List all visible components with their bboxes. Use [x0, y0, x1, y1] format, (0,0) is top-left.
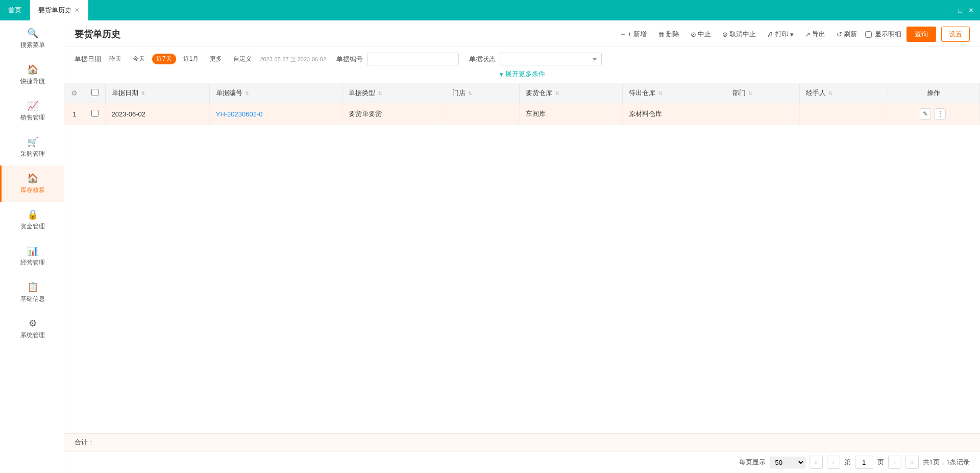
filter-row-1: 单据日期 昨天 今天 近7天 近1月 更多 自定义 2023-05-27 至 2…	[75, 53, 970, 65]
sidebar-label-finance: 资金管理	[20, 222, 45, 231]
inventory-icon: 🏠	[27, 173, 38, 184]
tab-home[interactable]: 首页	[0, 0, 30, 20]
sidebar-item-sys-mgmt[interactable]: ⚙ 系统管理	[0, 311, 64, 347]
sort-req-warehouse-icon[interactable]: ⇅	[555, 90, 559, 96]
sidebar-item-purchase[interactable]: 🛒 采购管理	[0, 129, 64, 165]
sidebar-item-quick-nav[interactable]: 🏠 快捷导航	[0, 57, 64, 93]
main-table: ⚙ 单据日期 ⇅ 单据编号 ⇅	[64, 83, 980, 125]
date-btn-today[interactable]: 今天	[129, 54, 149, 64]
doc-no-input[interactable]	[367, 53, 459, 65]
date-btn-7days[interactable]: 近7天	[152, 54, 176, 64]
date-btn-custom[interactable]: 自定义	[229, 54, 256, 64]
sidebar-item-search-menu[interactable]: 🔍 搜索菜单	[0, 20, 64, 57]
main-layout: 🔍 搜索菜单 🏠 快捷导航 📈 销售管理 🛒 采购管理 🏠 库存核算 🔒 资金管…	[0, 20, 980, 473]
date-filter-buttons: 昨天 今天 近7天 近1月 更多 自定义	[105, 54, 256, 64]
sales-icon: 📈	[27, 100, 38, 111]
export-button[interactable]: ↗ 导出	[802, 28, 828, 41]
sidebar-item-finance[interactable]: 🔒 资金管理	[0, 202, 64, 238]
show-detail-checkbox[interactable]	[865, 31, 872, 38]
print-label: 打印	[775, 30, 789, 39]
last-page-button[interactable]: »	[905, 456, 919, 469]
col-store[interactable]: 门店 ⇅	[446, 83, 519, 103]
row-more-button[interactable]: ⋮	[935, 108, 946, 120]
sort-doc-date-icon[interactable]: ⇅	[141, 90, 145, 96]
status-select[interactable]	[500, 53, 602, 65]
print-button[interactable]: 🖨 打印 ▾	[764, 28, 797, 41]
col-doc-no[interactable]: 单据编号 ⇅	[209, 83, 342, 103]
sort-doc-type-icon[interactable]: ⇅	[378, 90, 382, 96]
col-req-warehouse[interactable]: 要货仓库 ⇅	[519, 83, 622, 103]
col-doc-type-label: 单据类型	[349, 89, 375, 97]
export-label: 导出	[812, 30, 825, 39]
row-handler	[799, 103, 888, 125]
row-store	[446, 103, 519, 125]
per-page-label: 每页显示	[739, 458, 766, 467]
current-page-input[interactable]	[855, 456, 873, 469]
sidebar-item-operations[interactable]: 📊 经营管理	[0, 238, 64, 274]
prev-page-button[interactable]: ‹	[827, 456, 840, 469]
select-all-checkbox[interactable]	[91, 89, 99, 96]
row-edit-button[interactable]: ✎	[920, 108, 931, 120]
window-minimize[interactable]: —	[945, 7, 952, 14]
sort-store-icon[interactable]: ⇅	[468, 90, 472, 96]
refresh-button[interactable]: ↺ 刷新	[834, 28, 860, 41]
date-btn-more[interactable]: 更多	[206, 54, 226, 64]
col-req-warehouse-label: 要货仓库	[526, 89, 552, 97]
delete-button[interactable]: 🗑 删除	[655, 28, 682, 41]
col-dept[interactable]: 部门 ⇅	[726, 83, 799, 103]
tab-close-icon[interactable]: ✕	[75, 7, 80, 14]
per-page-select[interactable]: 10 20 50 100	[770, 457, 805, 468]
sidebar-label-sys-mgmt: 系统管理	[20, 331, 45, 340]
sidebar-item-sales[interactable]: 📈 销售管理	[0, 93, 64, 129]
tab-home-label: 首页	[8, 6, 21, 15]
query-button[interactable]: 查询	[906, 27, 936, 42]
first-page-button[interactable]: «	[810, 456, 823, 469]
row-select-checkbox[interactable]	[91, 110, 99, 117]
cancel-stop-icon: ⊘	[722, 31, 728, 38]
cancel-stop-label: 取消中止	[729, 30, 756, 39]
col-wait-warehouse[interactable]: 待出仓库 ⇅	[623, 83, 726, 103]
date-filter-group: 单据日期 昨天 今天 近7天 近1月 更多 自定义 2023-05-27 至 2…	[75, 54, 326, 64]
sidebar-item-inventory[interactable]: 🏠 库存核算	[0, 165, 64, 202]
col-handler[interactable]: 经手人 ⇅	[799, 83, 888, 103]
page-unit: 页	[877, 458, 884, 467]
expand-more-button[interactable]: ▾ 展开更多条件	[75, 69, 970, 79]
refresh-icon: ↺	[837, 31, 842, 38]
next-page-button[interactable]: ›	[888, 456, 901, 469]
window-close[interactable]: ✕	[968, 7, 974, 14]
page-header: 要货单历史 ＋ + 新增 🗑 删除 ⊘ 中止 ⊘ 取消中止	[64, 20, 980, 46]
stop-button[interactable]: ⊘ 中止	[688, 28, 714, 41]
col-doc-date-label: 单据日期	[112, 89, 138, 97]
pagination-bar: 每页显示 10 20 50 100 « ‹ 第 页 › » 共1页，1条记录	[64, 451, 980, 473]
show-detail-toggle[interactable]: 显示明细	[865, 30, 901, 39]
cancel-stop-button[interactable]: ⊘ 取消中止	[719, 28, 759, 41]
status-label: 单据状态	[469, 55, 496, 64]
row-doc-type: 要货单要货	[342, 103, 446, 125]
tab-requisition-history[interactable]: 要货单历史 ✕	[30, 0, 88, 20]
row-doc-no-link[interactable]: YH-20230602-0	[216, 110, 263, 118]
col-doc-date[interactable]: 单据日期 ⇅	[105, 83, 209, 103]
row-doc-no: YH-20230602-0	[209, 103, 342, 125]
top-bar: 首页 要货单历史 ✕ — □ ✕	[0, 0, 980, 20]
total-info: 共1页，1条记录	[923, 458, 970, 467]
col-settings[interactable]: ⚙	[64, 83, 85, 103]
date-range-display: 2023-05-27 至 2023-06-02	[260, 55, 326, 63]
sort-doc-no-icon[interactable]: ⇅	[245, 90, 249, 96]
sidebar-item-base-info[interactable]: 📋 基础信息	[0, 274, 64, 311]
sort-handler-icon[interactable]: ⇅	[828, 90, 832, 96]
date-btn-1month[interactable]: 近1月	[179, 54, 203, 64]
col-dept-label: 部门	[732, 89, 746, 97]
column-settings-icon[interactable]: ⚙	[71, 89, 78, 97]
sys-mgmt-icon: ⚙	[29, 318, 37, 329]
date-btn-yesterday[interactable]: 昨天	[105, 54, 126, 64]
sidebar: 🔍 搜索菜单 🏠 快捷导航 📈 销售管理 🛒 采购管理 🏠 库存核算 🔒 资金管…	[0, 20, 64, 473]
sort-dept-icon[interactable]: ⇅	[748, 90, 752, 96]
filter-area: 单据日期 昨天 今天 近7天 近1月 更多 自定义 2023-05-27 至 2…	[64, 46, 980, 83]
doc-no-label: 单据编号	[336, 55, 363, 64]
sort-wait-warehouse-icon[interactable]: ⇅	[658, 90, 663, 96]
col-doc-type[interactable]: 单据类型 ⇅	[342, 83, 446, 103]
row-dept	[726, 103, 799, 125]
setting-button[interactable]: 设置	[941, 27, 970, 42]
window-maximize[interactable]: □	[958, 7, 962, 14]
new-button[interactable]: ＋ + 新增	[617, 28, 650, 41]
